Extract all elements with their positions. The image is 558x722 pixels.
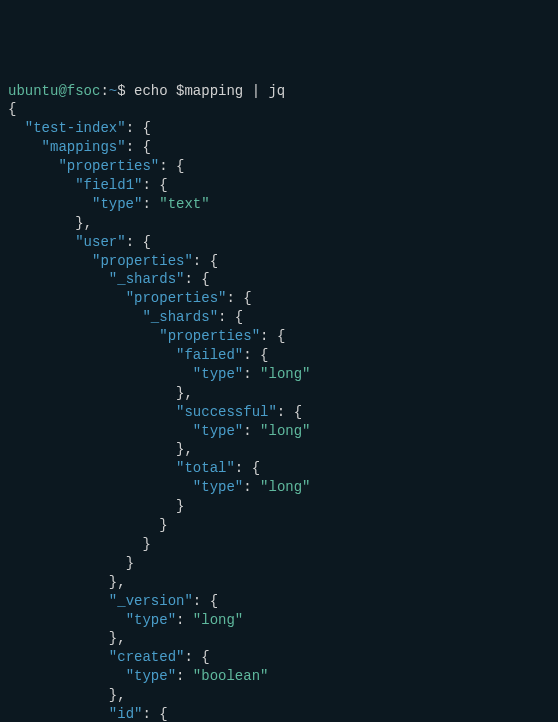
json-indent — [8, 347, 176, 363]
json-line: "id": { — [8, 705, 550, 722]
json-key: "type" — [126, 612, 176, 628]
json-brace: { — [252, 460, 260, 476]
json-line: "_shards": { — [8, 270, 550, 289]
json-indent — [8, 574, 109, 590]
json-key: "type" — [126, 668, 176, 684]
json-line: "field1": { — [8, 176, 550, 195]
json-brace: { — [260, 347, 268, 363]
json-colon: : — [142, 177, 159, 193]
json-indent — [8, 234, 75, 250]
prompt-user: ubuntu@fsoc — [8, 83, 100, 99]
json-key: "type" — [193, 423, 243, 439]
json-brace: { — [142, 120, 150, 136]
json-line: "total": { — [8, 459, 550, 478]
json-indent — [8, 366, 193, 382]
json-indent — [8, 460, 176, 476]
json-key: "type" — [193, 479, 243, 495]
json-key: "user" — [75, 234, 125, 250]
prompt-line: ubuntu@fsoc:~$ echo $mapping | jq — [8, 82, 550, 101]
json-string: "long" — [260, 366, 310, 382]
json-colon: : — [243, 423, 260, 439]
json-key: "successful" — [176, 404, 277, 420]
json-indent — [8, 536, 142, 552]
json-brace: { — [159, 177, 167, 193]
json-line: "user": { — [8, 233, 550, 252]
json-brace: { — [142, 139, 150, 155]
json-line: "test-index": { — [8, 119, 550, 138]
json-key: "mappings" — [42, 139, 126, 155]
json-indent — [8, 309, 142, 325]
json-key: "field1" — [75, 177, 142, 193]
json-indent — [8, 290, 126, 306]
json-colon: : — [226, 290, 243, 306]
json-indent — [8, 593, 109, 609]
json-key: "_shards" — [142, 309, 218, 325]
json-key: "properties" — [126, 290, 227, 306]
json-line: "type": "long" — [8, 611, 550, 630]
json-indent — [8, 555, 126, 571]
json-key: "_shards" — [109, 271, 185, 287]
json-line: "mappings": { — [8, 138, 550, 157]
json-line: } — [8, 516, 550, 535]
json-line: } — [8, 554, 550, 573]
json-brace: } — [109, 574, 117, 590]
json-brace: } — [126, 555, 134, 571]
json-indent — [8, 120, 25, 136]
json-key: "id" — [109, 706, 143, 722]
json-brace: { — [243, 290, 251, 306]
json-indent — [8, 612, 126, 628]
json-colon: : — [142, 196, 159, 212]
json-brace: } — [109, 630, 117, 646]
json-brace: { — [235, 309, 243, 325]
json-key: "properties" — [159, 328, 260, 344]
json-brace: } — [176, 498, 184, 514]
json-line: "properties": { — [8, 157, 550, 176]
json-line: } — [8, 535, 550, 554]
json-indent — [8, 668, 126, 684]
command-text: echo $mapping | jq — [134, 83, 285, 99]
json-key: "created" — [109, 649, 185, 665]
json-string: "long" — [193, 612, 243, 628]
json-indent — [8, 196, 92, 212]
json-brace: } — [142, 536, 150, 552]
json-indent — [8, 404, 176, 420]
json-key: "type" — [92, 196, 142, 212]
json-line: }, — [8, 214, 550, 233]
json-key: "test-index" — [25, 120, 126, 136]
json-indent — [8, 706, 109, 722]
json-colon: : — [260, 328, 277, 344]
json-key: "_version" — [109, 593, 193, 609]
json-key: "properties" — [58, 158, 159, 174]
json-key: "properties" — [92, 253, 193, 269]
json-indent — [8, 517, 159, 533]
json-indent — [8, 158, 58, 174]
json-line: "failed": { — [8, 346, 550, 365]
json-brace: { — [210, 593, 218, 609]
json-brace: { — [142, 234, 150, 250]
json-colon: : — [277, 404, 294, 420]
json-colon: : — [184, 649, 201, 665]
json-colon: : — [126, 120, 143, 136]
json-comma: , — [117, 630, 125, 646]
json-line: "created": { — [8, 648, 550, 667]
json-string: "boolean" — [193, 668, 269, 684]
json-brace: { — [277, 328, 285, 344]
json-brace: { — [176, 158, 184, 174]
json-colon: : — [243, 366, 260, 382]
prompt-sep: : — [100, 83, 108, 99]
json-comma: , — [184, 441, 192, 457]
prompt-dollar: $ — [117, 83, 125, 99]
json-line: "_version": { — [8, 592, 550, 611]
json-line: "properties": { — [8, 289, 550, 308]
json-colon: : — [176, 668, 193, 684]
json-string: "long" — [260, 423, 310, 439]
json-line: "successful": { — [8, 403, 550, 422]
json-key: "failed" — [176, 347, 243, 363]
json-line: "type": "long" — [8, 365, 550, 384]
json-colon: : — [193, 593, 210, 609]
json-comma: , — [184, 385, 192, 401]
json-indent — [8, 328, 159, 344]
json-indent — [8, 385, 176, 401]
json-indent — [8, 177, 75, 193]
terminal-output[interactable]: ubuntu@fsoc:~$ echo $mapping | jq{ "test… — [8, 82, 550, 722]
